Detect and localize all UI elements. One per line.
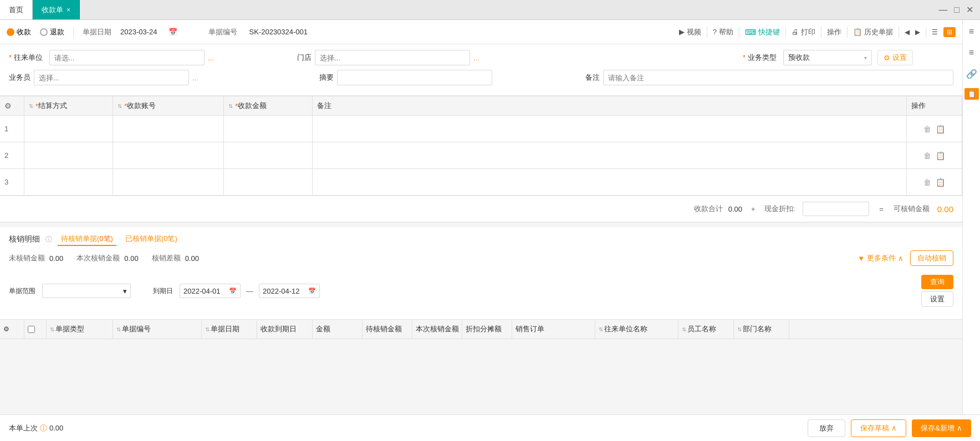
print-button[interactable]: 🖨 打印 <box>792 27 815 37</box>
counterparty-field: * 往来单位 ... <box>9 50 275 65</box>
range-chevron-icon: ▾ <box>123 287 127 295</box>
delete-row-2-icon[interactable]: 🗑 <box>923 151 931 160</box>
sep7 <box>899 27 899 38</box>
td-amount-3[interactable] <box>224 169 313 195</box>
tab-done[interactable]: 已核销单据(0笔) <box>122 233 181 246</box>
lth-gear[interactable]: ⚙ <box>0 320 24 339</box>
counterparty-input[interactable] <box>49 50 205 65</box>
auto-verify-button[interactable]: 自动核销 <box>910 250 953 266</box>
lth-date: ⇅ 单据日期 <box>202 320 257 339</box>
td-settlement-2[interactable] <box>24 142 113 168</box>
shortcut-button[interactable]: ⌨ 快捷键 <box>745 27 780 37</box>
settings-label: 设置 <box>892 53 907 63</box>
tab-pending[interactable]: 待核销单据(0笔) <box>58 233 116 246</box>
td-settlement-3[interactable] <box>24 169 113 195</box>
td-remark-3[interactable] <box>313 169 907 195</box>
operation-button[interactable]: 操作 <box>827 27 841 37</box>
business-type-value: 预收款 <box>788 53 810 63</box>
td-settlement-1[interactable] <box>24 116 113 142</box>
settings-button[interactable]: ⚙ 设置 <box>877 50 913 65</box>
copy-row-1-icon[interactable]: 📋 <box>936 125 945 134</box>
sep6 <box>847 27 848 38</box>
td-actions-2: 🗑 📋 <box>907 142 962 168</box>
remark-input[interactable] <box>603 70 953 85</box>
date-to-value: 2022-04-12 <box>263 287 300 295</box>
close-window-button[interactable]: ✕ <box>966 4 973 15</box>
equals-sign: = <box>879 205 884 213</box>
setting-button-2[interactable]: 设置 <box>921 291 953 307</box>
lth-amount-label: 金额 <box>316 324 330 334</box>
sidebar-icon-3[interactable]: 🔗 <box>964 66 979 81</box>
nav-right-button[interactable]: ▶ <box>915 28 920 36</box>
save-new-button[interactable]: 保存&新增 ∧ <box>912 419 971 437</box>
td-account-2[interactable] <box>113 142 224 168</box>
lth-sort-6: ⇅ <box>737 326 742 332</box>
sidebar-icon-2[interactable]: ≡ <box>967 45 976 60</box>
lth-type: ⇅ 单据类型 <box>47 320 113 339</box>
lth-sales-order: 销售订单 <box>512 320 595 339</box>
bottom-actions: 放弃 保存草稿 ∧ 保存&新增 ∧ <box>808 419 971 437</box>
video-button[interactable]: ▶ 视频 <box>679 27 701 37</box>
history-button[interactable]: 📋 历史单据 <box>853 27 893 37</box>
grid-view-button[interactable]: ⊞ <box>943 27 956 37</box>
sidebar-icon-1[interactable]: ≡ <box>967 24 976 39</box>
lth-sort-5: ⇅ <box>682 326 686 332</box>
plus-sign: + <box>751 205 756 213</box>
right-sidebar: ≡ ≡ 🔗 📋 <box>962 20 980 441</box>
abandon-button[interactable]: 放弃 <box>808 419 845 437</box>
lth-pending-verify-label: 待核销金额 <box>366 324 402 334</box>
td-amount-1[interactable] <box>224 116 313 142</box>
tab-home[interactable]: 首页 <box>0 0 33 19</box>
lth-checkbox[interactable] <box>24 320 47 339</box>
counterparty-more-btn[interactable]: ... <box>208 54 214 62</box>
help-button[interactable]: ? 帮助 <box>713 27 733 37</box>
date-from-input[interactable]: 2022-04-01 📅 <box>180 284 241 298</box>
bottom-bar: 本单上次 ⓘ 0.00 放弃 保存草稿 ∧ 保存&新增 ∧ <box>0 414 980 441</box>
th-remark: 备注 <box>313 96 907 115</box>
td-num-3: 3 <box>0 169 24 195</box>
draft-button[interactable]: 保存草稿 ∧ <box>851 419 906 437</box>
th-gear[interactable]: ⚙ <box>0 96 24 115</box>
salesperson-input[interactable] <box>34 70 189 85</box>
lth-date-label: 单据日期 <box>211 324 239 334</box>
draft-label: 保存草稿 <box>860 423 889 433</box>
td-account-3[interactable] <box>113 169 224 195</box>
sidebar-icon-4[interactable]: 📋 <box>964 88 979 100</box>
more-conditions-btn[interactable]: ▼ 更多条件 ∧ <box>858 253 904 263</box>
lth-sales-order-label: 销售订单 <box>515 324 544 334</box>
date-calendar-icon[interactable]: 📅 <box>169 28 177 36</box>
radio-shoukuan[interactable]: 收款 <box>7 27 31 37</box>
td-remark-2[interactable] <box>313 142 907 168</box>
radio-tuikuan[interactable]: 退款 <box>40 27 64 37</box>
range-select[interactable]: ▾ <box>42 284 131 298</box>
salesperson-more-btn[interactable]: ... <box>192 74 198 82</box>
tab-done-label: 已核销单据(0笔) <box>125 234 177 243</box>
copy-row-3-icon[interactable]: 📋 <box>936 178 945 187</box>
delete-row-1-icon[interactable]: 🗑 <box>923 125 931 134</box>
delete-row-3-icon[interactable]: 🗑 <box>923 178 931 187</box>
query-button[interactable]: 查询 <box>921 275 953 289</box>
abstract-input[interactable] <box>337 70 492 85</box>
th-action-label: 操作 <box>911 101 926 111</box>
td-amount-2[interactable] <box>224 142 313 168</box>
list-view-button[interactable]: ☰ <box>932 28 938 36</box>
td-account-1[interactable] <box>113 116 224 142</box>
salesperson-field: 业务员 ... <box>9 70 275 85</box>
td-remark-1[interactable] <box>313 116 907 142</box>
verify-section: 核销明细 ⓘ 待核销单据(0笔) 已核销单据(0笔) 未核销金额 0.00 本次… <box>0 227 962 319</box>
gear-icon[interactable]: ⚙ <box>4 101 12 110</box>
tab-active[interactable]: 收款单 × <box>33 0 80 19</box>
store-input[interactable] <box>315 50 470 65</box>
copy-row-2-icon[interactable]: 📋 <box>936 151 945 160</box>
discount-input[interactable] <box>803 202 869 216</box>
maximize-button[interactable]: □ <box>954 5 959 15</box>
business-type-select[interactable]: 预收款 ▾ <box>783 50 872 65</box>
tab-close-icon[interactable]: × <box>67 6 70 14</box>
lth-employee: ⇅ 员工名称 <box>678 320 734 339</box>
diff-label: 核销差额 <box>152 253 181 263</box>
date-to-input[interactable]: 2022-04-12 📅 <box>259 284 320 298</box>
header-checkbox[interactable] <box>28 326 35 333</box>
store-more-btn[interactable]: ... <box>473 54 479 62</box>
minimize-button[interactable]: — <box>938 5 947 15</box>
nav-left-button[interactable]: ◀ <box>905 28 910 36</box>
